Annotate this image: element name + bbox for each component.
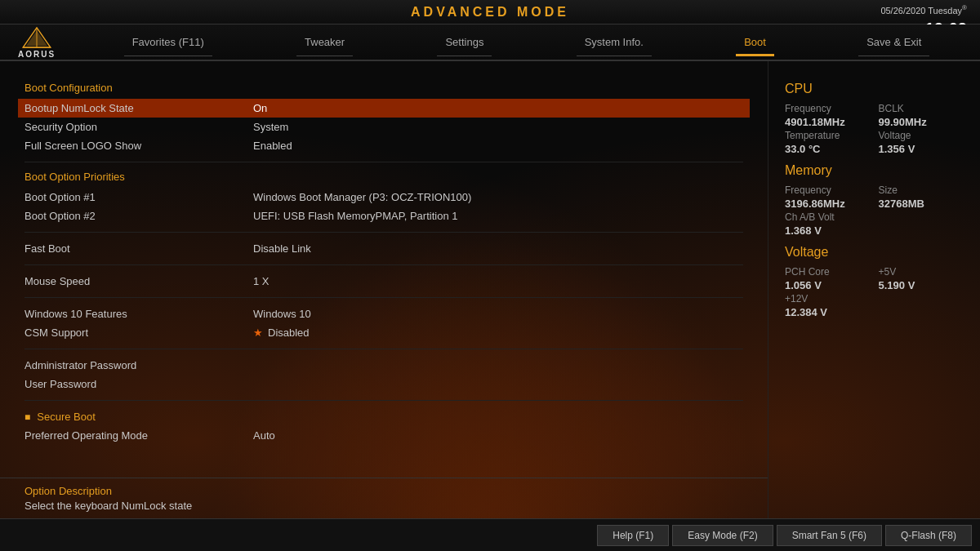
v12-value: 12.384 V [785, 306, 964, 318]
cpu-volt-label: Voltage [879, 130, 964, 141]
csm-support-row[interactable]: CSM Support ★ Disabled [24, 323, 743, 342]
logo-show-row[interactable]: Full Screen LOGO Show Enabled [24, 136, 743, 155]
numlock-value: On [253, 102, 267, 114]
boot-priority-title: Boot Option Priorities [24, 171, 743, 183]
memory-info: Frequency Size 3196.86MHz 32768MB Ch A/B… [785, 184, 964, 237]
mem-ch-volt-value: 1.368 V [785, 224, 964, 237]
preferred-os-mode-row[interactable]: Preferred Operating Mode Auto [24, 426, 743, 445]
user-password-label: User Password [24, 378, 253, 390]
boot-config-title: Boot Configuration [24, 82, 743, 94]
user-password-row[interactable]: User Password [24, 375, 743, 393]
preferred-os-value: Auto [253, 429, 275, 442]
cpu-title: CPU [785, 82, 964, 96]
secure-boot-bullet: ■ [24, 411, 30, 423]
pch-label: PCH Core [785, 266, 871, 278]
cpu-freq-label: Frequency [785, 103, 871, 114]
cpu-temp-value: 33.0 °C [785, 143, 871, 155]
easy-mode-button[interactable]: Easy Mode (F2) [672, 525, 773, 546]
boot-option2-value: UEFI: USB Flash MemoryPMAP, Partition 1 [253, 210, 457, 222]
main-content: Boot Configuration Bootup NumLock State … [0, 61, 980, 518]
mem-freq-value: 3196.86MHz [785, 198, 871, 210]
aorus-logo-icon [21, 26, 52, 49]
cpu-freq-value: 4901.18MHz [785, 116, 871, 128]
csm-star-icon: ★ [253, 327, 263, 339]
cpu-temp-label: Temperature [785, 130, 871, 141]
cpu-bclk-value: 99.90MHz [879, 116, 964, 128]
cpu-bclk-label: BCLK [879, 103, 964, 114]
win10-features-row[interactable]: Windows 10 Features Windows 10 [24, 304, 743, 323]
boot-option1-row[interactable]: Boot Option #1 Windows Boot Manager (P3:… [24, 188, 743, 207]
win10-features-label: Windows 10 Features [24, 308, 253, 320]
logo-text: AORUS [18, 50, 56, 59]
secure-boot-row: ■ Secure Boot [24, 407, 743, 426]
mem-size-label: Size [879, 184, 964, 196]
memory-title: Memory [785, 163, 964, 178]
mouse-speed-row[interactable]: Mouse Speed 1 X [24, 272, 743, 291]
logo-show-label: Full Screen LOGO Show [24, 140, 253, 152]
v5-label: +5V [879, 266, 964, 278]
boot-option2-row[interactable]: Boot Option #2 UEFI: USB Flash MemoryPMA… [24, 207, 743, 225]
mouse-speed-label: Mouse Speed [24, 275, 253, 287]
cpu-volt-value: 1.356 V [879, 143, 964, 155]
fast-boot-value: Disable Link [253, 242, 311, 255]
nav-save-exit[interactable]: Save & Exit [858, 33, 929, 51]
advanced-mode-title: ADVANCED MODE [411, 5, 569, 20]
bottom-toolbar: Help (F1) Easy Mode (F2) Smart Fan 5 (F6… [0, 518, 980, 551]
header-bar: ADVANCED MODE 05/26/2020 Tuesday® 19:02 [0, 0, 980, 24]
boot-option2-label: Boot Option #2 [24, 210, 253, 222]
mouse-speed-value: 1 X [253, 275, 270, 287]
numlock-label: Bootup NumLock State [24, 102, 253, 114]
boot-option1-value: Windows Boot Manager (P3: OCZ-TRION100) [253, 191, 471, 203]
win10-features-value: Windows 10 [253, 308, 311, 320]
numlock-row[interactable]: Bootup NumLock State On [18, 99, 750, 118]
settings-panel: Boot Configuration Bootup NumLock State … [0, 61, 768, 518]
preferred-os-label: Preferred Operating Mode [24, 429, 253, 442]
v12-label: +12V [785, 293, 964, 304]
mem-freq-label: Frequency [785, 184, 871, 196]
boot-option1-label: Boot Option #1 [24, 191, 253, 203]
fast-boot-label: Fast Boot [24, 242, 253, 255]
nav-settings[interactable]: Settings [437, 33, 492, 51]
mem-size-value: 32768MB [879, 198, 964, 210]
security-option-value: System [253, 121, 288, 133]
nav-favorites[interactable]: Favorites (F11) [124, 33, 212, 51]
csm-support-label: CSM Support [24, 327, 253, 339]
pch-value: 1.056 V [785, 279, 871, 291]
qflash-button[interactable]: Q-Flash (F8) [885, 525, 972, 546]
security-option-row[interactable]: Security Option System [24, 118, 743, 136]
csm-support-value: Disabled [268, 327, 310, 339]
date-label: 05/26/2020 Tuesday® [880, 6, 967, 16]
nav-tweaker[interactable]: Tweaker [296, 33, 353, 51]
logo-area: AORUS [8, 26, 65, 59]
nav-boot[interactable]: Boot [736, 33, 774, 51]
nav-items: Favorites (F11) Tweaker Settings System … [82, 33, 972, 51]
voltage-info: PCH Core +5V 1.056 V 5.190 V +12V 12.384… [785, 266, 964, 318]
nav-systeminfo[interactable]: System Info. [577, 33, 652, 51]
voltage-title: Voltage [785, 245, 964, 260]
logo-show-value: Enabled [253, 140, 292, 152]
secure-boot-title: Secure Boot [37, 411, 265, 423]
navbar: AORUS Favorites (F11) Tweaker Settings S… [0, 24, 980, 61]
system-info-panel: CPU Frequency BCLK 4901.18MHz 99.90MHz T… [768, 61, 980, 518]
help-button[interactable]: Help (F1) [597, 525, 669, 546]
admin-password-label: Administrator Password [24, 359, 253, 371]
admin-password-row[interactable]: Administrator Password [24, 356, 743, 375]
cpu-info: Frequency BCLK 4901.18MHz 99.90MHz Tempe… [785, 103, 964, 155]
fast-boot-row[interactable]: Fast Boot Disable Link [24, 239, 743, 258]
smart-fan-button[interactable]: Smart Fan 5 (F6) [777, 525, 882, 546]
security-option-label: Security Option [24, 121, 253, 133]
mem-ch-volt-label: Ch A/B Volt [785, 211, 964, 223]
v5-value: 5.190 V [879, 279, 964, 291]
